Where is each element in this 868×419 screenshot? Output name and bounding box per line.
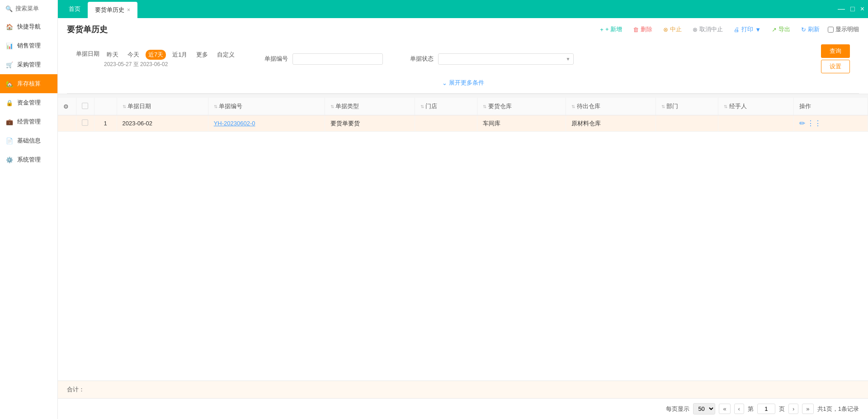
- row-dept-cell: [656, 115, 718, 132]
- page-label: 第: [748, 405, 754, 413]
- topbar-right: — □ ×: [838, 5, 864, 13]
- col-doc-type[interactable]: ⇅ 单据类型: [325, 98, 415, 115]
- stop-label: 中止: [670, 25, 682, 33]
- refresh-button[interactable]: ↻ 刷新: [798, 24, 822, 35]
- col-req-warehouse[interactable]: ⇅ 要货仓库: [477, 98, 566, 115]
- page-suffix: 页: [779, 405, 785, 413]
- tab-close-icon[interactable]: ×: [127, 7, 130, 13]
- tab-home[interactable]: 首页: [61, 0, 88, 18]
- col-check[interactable]: [76, 98, 94, 115]
- row-store-cell: [415, 115, 477, 132]
- home-icon: 🏠: [5, 23, 14, 31]
- row-handler-cell: [718, 115, 794, 132]
- shortcut-7days[interactable]: 近7天: [146, 50, 166, 60]
- refresh-label: 刷新: [808, 25, 820, 33]
- sort-icon-dept[interactable]: ⇅: [661, 104, 665, 109]
- prev-page-btn[interactable]: ‹: [734, 404, 744, 414]
- new-button[interactable]: + + 新增: [597, 24, 625, 35]
- shop-icon: 🛒: [5, 61, 14, 69]
- shortcut-more[interactable]: 更多: [193, 50, 211, 60]
- sidebar-item-inventory[interactable]: 🏡 库存核算: [0, 74, 57, 93]
- export-button[interactable]: ↗ 导出: [769, 24, 793, 35]
- shortcut-today[interactable]: 今天: [125, 50, 142, 60]
- chart-icon: 📊: [5, 42, 14, 50]
- sidebar-item-operations[interactable]: 💼 经营管理: [0, 112, 57, 131]
- cancel-stop-button[interactable]: ⊗ 取消中止: [690, 24, 726, 35]
- next-page-btn[interactable]: ›: [788, 404, 798, 414]
- more-action-icon[interactable]: ⋮⋮: [807, 119, 821, 128]
- toolbar: + + 新增 🗑 删除 ⊗ 中止 ⊗ 取消中止: [597, 24, 859, 35]
- close-window-icon[interactable]: ×: [860, 5, 864, 13]
- content: 要货单历史 + + 新增 🗑 删除 ⊗ 中止 ⊗: [58, 18, 868, 419]
- sidebar-item-sales[interactable]: 📊 销售管理: [0, 36, 57, 55]
- sort-icon-store[interactable]: ⇅: [420, 104, 424, 109]
- search-icon: 🔍: [5, 5, 13, 12]
- page-title-row: 要货单历史 + + 新增 🗑 删除 ⊗ 中止 ⊗: [67, 24, 859, 35]
- display-detail-checkbox[interactable]: [828, 27, 834, 33]
- sidebar-item-purchase[interactable]: 🛒 采购管理: [0, 55, 57, 74]
- col-handler-label: 经手人: [729, 103, 747, 110]
- print-label: 打印: [741, 25, 753, 33]
- page-header: 要货单历史 + + 新增 🗑 删除 ⊗ 中止 ⊗: [58, 18, 868, 94]
- filter-row-1: 单据日期 昨天 今天 近7天 近1月 更多 自定义 2023-05-27 至 2…: [76, 44, 850, 73]
- print-icon: 🖨: [734, 26, 740, 33]
- col-action: 操作: [794, 98, 868, 115]
- col-pending-warehouse[interactable]: ⇅ 待出仓库: [566, 98, 656, 115]
- tab-history-label: 要货单历史: [95, 6, 124, 14]
- delete-button[interactable]: 🗑 删除: [630, 24, 655, 35]
- sidebar-item-finance[interactable]: 🔒 资金管理: [0, 93, 57, 112]
- page-input[interactable]: [757, 404, 775, 414]
- status-select[interactable]: [438, 53, 574, 65]
- row-docno[interactable]: YH-20230602-0: [214, 120, 255, 127]
- select-all-checkbox[interactable]: [82, 103, 88, 109]
- row-check-cell[interactable]: [76, 115, 94, 132]
- maximize-icon[interactable]: □: [850, 5, 855, 13]
- tab-history[interactable]: 要货单历史 ×: [88, 2, 137, 18]
- settings-button[interactable]: 设置: [821, 60, 850, 73]
- row-checkbox[interactable]: [82, 119, 88, 126]
- sort-icon-date[interactable]: ⇅: [123, 104, 126, 109]
- row-pending-wh: 原材料仓库: [571, 120, 601, 127]
- sort-icon-pending-wh[interactable]: ⇅: [571, 104, 575, 109]
- col-seq: [94, 98, 117, 115]
- main-area: 首页 要货单历史 × — □ × 要货单历史 + + 新增 🗑: [58, 0, 868, 419]
- col-settings[interactable]: ⚙: [58, 98, 76, 115]
- sidebar-item-basic-info[interactable]: 📄 基础信息: [0, 131, 57, 150]
- shortcut-yesterday[interactable]: 昨天: [104, 50, 121, 60]
- per-page-select[interactable]: 50: [693, 403, 715, 414]
- status-select-wrapper: [438, 53, 574, 65]
- display-detail-toggle[interactable]: 显示明细: [828, 25, 859, 33]
- edit-action-icon[interactable]: ✏: [799, 119, 805, 128]
- total-info: 共1页，1条记录: [817, 405, 859, 413]
- col-doc-no[interactable]: ⇅ 单据编号: [208, 98, 325, 115]
- search-menu[interactable]: 🔍 搜索菜单: [0, 0, 57, 17]
- sort-icon-docno[interactable]: ⇅: [214, 104, 217, 109]
- shortcut-custom[interactable]: 自定义: [214, 50, 237, 60]
- col-date[interactable]: ⇅ 单据日期: [117, 98, 208, 115]
- date-shortcuts: 昨天 今天 近7天 近1月 更多 自定义: [104, 50, 237, 60]
- sidebar-item-system[interactable]: ⚙️ 系统管理: [0, 150, 57, 169]
- print-button[interactable]: 🖨 打印 ▼: [731, 24, 764, 35]
- sort-icon-handler[interactable]: ⇅: [724, 104, 727, 109]
- expand-more-row[interactable]: ⌄ 展开更多条件: [76, 77, 850, 89]
- sidebar-item-quick-nav[interactable]: 🏠 快捷导航: [0, 17, 57, 36]
- first-page-btn[interactable]: «: [719, 404, 730, 414]
- row-doctype-cell: 要货单要货: [325, 115, 415, 132]
- new-icon: +: [600, 26, 604, 33]
- sort-icon-req-wh[interactable]: ⇅: [483, 104, 486, 109]
- shortcut-1month[interactable]: 近1月: [170, 50, 190, 60]
- col-department[interactable]: ⇅ 部门: [656, 98, 718, 115]
- row-settings-cell: [58, 115, 76, 132]
- minimize-icon[interactable]: —: [838, 5, 845, 13]
- col-handler[interactable]: ⇅ 经手人: [718, 98, 794, 115]
- gear-icon: ⚙️: [5, 156, 14, 164]
- row-date-cell: 2023-06-02: [117, 115, 208, 132]
- print-dropdown-icon: ▼: [755, 26, 761, 33]
- sort-icon-doctype[interactable]: ⇅: [330, 104, 334, 109]
- col-store[interactable]: ⇅ 门店: [415, 98, 477, 115]
- doc-no-input[interactable]: [292, 53, 383, 65]
- inventory-icon: 🏡: [5, 80, 14, 88]
- last-page-btn[interactable]: »: [802, 404, 813, 414]
- stop-button[interactable]: ⊗ 中止: [660, 24, 684, 35]
- query-button[interactable]: 查询: [821, 44, 850, 58]
